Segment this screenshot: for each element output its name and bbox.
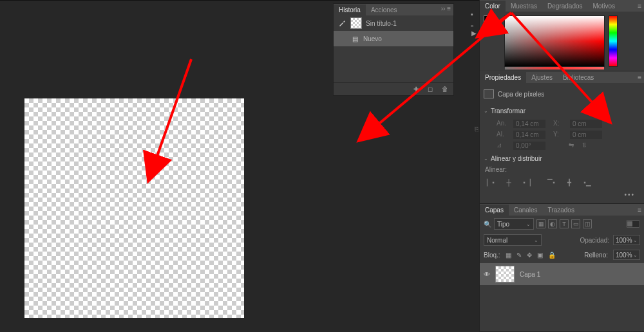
color-spectrum-picker[interactable]	[504, 15, 605, 67]
tab-properties[interactable]: Propiedades	[480, 72, 526, 83]
tab-paths[interactable]: Trazados	[543, 205, 580, 216]
dock-icon-strip: ▪ ▫	[468, 4, 479, 31]
color-panel: Color Muestras Degradados Motivos ≡	[480, 0, 644, 71]
align-vcenter-icon[interactable]: ╋	[564, 177, 575, 187]
chevron-down-icon: ⌄	[526, 221, 531, 227]
blend-mode-dropdown[interactable]: Normal ⌄	[484, 234, 542, 246]
filter-type-icon[interactable]: T	[560, 219, 569, 228]
history-snapshot-row[interactable]: Sin título-1	[334, 15, 453, 31]
layer-name[interactable]: Capa 1	[520, 271, 540, 278]
lock-position-icon[interactable]: ✥	[527, 252, 532, 259]
lock-pixels-icon[interactable]: ✎	[516, 252, 522, 259]
tab-channels[interactable]: Canales	[509, 205, 543, 216]
play-icon[interactable]: ▶	[471, 30, 477, 37]
fill-label: Relleno:	[584, 252, 608, 259]
foreground-background-swatch[interactable]	[484, 15, 500, 32]
layer-thumbnail[interactable]	[495, 266, 515, 282]
chevron-down-icon: ⌄	[484, 156, 488, 161]
tab-libraries[interactable]: Bibliotecas	[558, 72, 599, 83]
transform-title: Transformar	[491, 107, 526, 115]
properties-panel: Propiedades Ajustes Bibliotecas ≡ Capa d…	[480, 71, 644, 204]
panel-toggle-a-icon[interactable]: ▪	[468, 10, 477, 19]
brush-icon	[337, 19, 346, 28]
transform-section-header[interactable]: ⌄ Transformar	[484, 107, 640, 115]
y-value[interactable]: 0 cm	[570, 131, 602, 139]
width-label: An.	[497, 120, 506, 128]
align-title: Alinear y distribuir	[491, 155, 542, 162]
fill-value: 100%	[616, 252, 632, 259]
align-right-icon[interactable]: ▪▕	[521, 177, 533, 187]
color-panel-menu-icon[interactable]: ≡	[638, 3, 641, 10]
opacity-input[interactable]: 100% ⌄	[613, 235, 640, 245]
layer-type-label: Capa de píxeles	[498, 91, 544, 98]
align-bottom-icon[interactable]: ▪▁	[582, 177, 593, 187]
search-icon: 🔍	[484, 221, 491, 228]
document-icon: ▤	[350, 35, 359, 42]
flip-horizontal-icon[interactable]: ⇋	[569, 142, 574, 150]
chevron-down-icon: ⌄	[534, 237, 538, 243]
opacity-value: 100%	[616, 237, 632, 244]
filter-pixel-icon[interactable]: ▦	[536, 219, 545, 228]
pixel-layer-icon	[484, 89, 494, 98]
height-label: Al.	[497, 131, 506, 139]
properties-panel-menu-icon[interactable]: ≡	[638, 74, 641, 81]
history-step-new[interactable]: ▤ Nuevo	[334, 31, 453, 46]
align-label: Alinear:	[485, 166, 640, 173]
width-value[interactable]: 0,14 cm	[513, 120, 545, 128]
lock-transparency-icon[interactable]: ▦	[506, 252, 511, 259]
lock-artboard-icon[interactable]: ▣	[537, 252, 543, 259]
new-state-icon[interactable]: ◻	[428, 86, 433, 93]
x-label: X:	[553, 120, 562, 128]
layers-panel-menu-icon[interactable]: ≡	[638, 207, 641, 214]
history-step-label: Nuevo	[363, 35, 382, 42]
history-body: Sin título-1 ▤ Nuevo	[334, 15, 453, 82]
layer-item[interactable]: 👁 Capa 1	[480, 263, 644, 285]
right-dock: ≡ Color Muestras Degradados Motivos ≡ Pr…	[479, 0, 644, 332]
y-label: Y:	[553, 131, 562, 139]
tab-gradients[interactable]: Degradados	[542, 1, 587, 12]
filter-kind-value: Tipo	[497, 221, 509, 228]
align-section-header[interactable]: ⌄ Alinear y distribuir	[484, 155, 640, 162]
new-snapshot-icon[interactable]: ✚	[413, 86, 419, 93]
filter-adjust-icon[interactable]: ◐	[548, 219, 557, 228]
history-panel: Historia Acciones ›› ≡ Sin título-1 ▤ Nu…	[333, 3, 454, 96]
lock-label: Bloq.:	[484, 252, 500, 259]
filter-smart-icon[interactable]: ◫	[583, 219, 592, 228]
tab-swatches[interactable]: Muestras	[506, 1, 542, 12]
canvas[interactable]	[24, 98, 244, 318]
tab-adjustments[interactable]: Ajustes	[526, 72, 558, 83]
history-collapse-icon[interactable]: ›› ≡	[441, 5, 451, 12]
foreground-color-swatch[interactable]	[484, 15, 494, 26]
flip-vertical-icon[interactable]: ⥮	[582, 142, 587, 150]
delete-state-icon[interactable]: 🗑	[442, 86, 448, 93]
blend-mode-value: Normal	[487, 237, 507, 244]
x-value[interactable]: 0 cm	[570, 120, 602, 128]
layers-panel: Capas Canales Trazados ≡ 🔍 Tipo ⌄ ▦ ◐ T …	[480, 204, 644, 332]
align-left-icon[interactable]: ▏▪	[485, 177, 497, 187]
history-footer: ✚ ◻ 🗑	[334, 82, 453, 95]
chevron-down-icon: ⌄	[633, 252, 638, 258]
chevron-down-icon: ⌄	[633, 237, 638, 243]
layer-filter-kind-dropdown[interactable]: Tipo ⌄	[494, 218, 534, 230]
history-panel-tabs: Historia Acciones ›› ≡	[334, 4, 453, 15]
tab-color[interactable]: Color	[480, 1, 506, 12]
tab-patterns[interactable]: Motivos	[588, 1, 620, 12]
link-dimensions-icon[interactable]: ⎘	[475, 125, 478, 133]
tab-actions[interactable]: Acciones	[366, 5, 402, 15]
lock-all-icon[interactable]: 🔒	[548, 252, 556, 259]
filter-toggle[interactable]	[626, 220, 640, 228]
angle-value[interactable]: 0,00°	[513, 142, 545, 150]
tab-history[interactable]: Historia	[334, 5, 366, 15]
hue-slider[interactable]	[609, 15, 618, 67]
chevron-down-icon: ⌄	[484, 108, 488, 114]
filter-shape-icon[interactable]: ▭	[571, 219, 580, 228]
visibility-toggle-icon[interactable]: 👁	[484, 271, 490, 278]
tab-layers[interactable]: Capas	[480, 205, 509, 216]
opacity-label: Opacidad:	[580, 237, 609, 244]
align-hcenter-icon[interactable]: ┼	[503, 177, 515, 187]
more-options-icon[interactable]: •••	[484, 187, 640, 199]
fill-input[interactable]: 100% ⌄	[613, 250, 640, 260]
angle-label: ⊿	[497, 142, 506, 150]
align-top-icon[interactable]: ▔▪	[545, 177, 557, 187]
height-value[interactable]: 0,14 cm	[513, 131, 545, 139]
